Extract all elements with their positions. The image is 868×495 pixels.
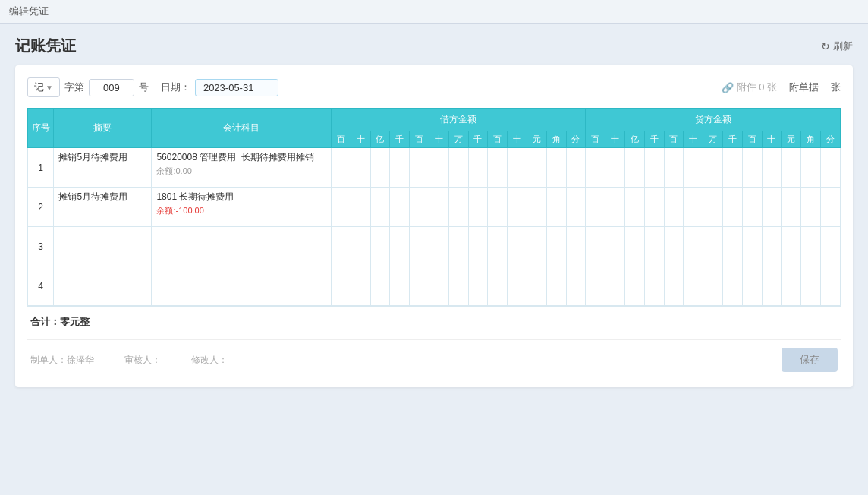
credit-amount-0-9[interactable] [762,148,782,188]
debit-amount-3-8[interactable] [488,266,508,306]
credit-amount-3-8[interactable] [742,266,762,306]
debit-amount-2-7[interactable] [468,227,488,266]
debit-amount-0-11[interactable] [546,148,566,188]
debit-amount-3-10[interactable] [527,266,546,306]
credit-amount-1-4[interactable] [664,188,684,227]
debit-amount-0-0[interactable] [332,148,351,188]
debit-amount-3-5[interactable] [429,266,448,306]
attachment-link[interactable]: 🔗 附件 0 张 [722,80,777,94]
debit-amount-3-11[interactable] [546,266,566,306]
credit-amount-2-3[interactable] [644,227,664,266]
debit-amount-1-5[interactable] [429,188,448,227]
credit-amount-1-0[interactable] [586,188,605,227]
credit-amount-2-11[interactable] [801,227,821,266]
debit-amount-3-6[interactable] [448,266,468,306]
type-select[interactable]: 记 ▼ [27,77,60,97]
debit-amount-1-9[interactable] [508,188,527,227]
debit-amount-2-8[interactable] [488,227,508,266]
credit-amount-0-3[interactable] [644,148,664,188]
credit-amount-3-1[interactable] [605,266,625,306]
credit-amount-0-4[interactable] [664,148,684,188]
credit-amount-3-3[interactable] [644,266,664,306]
debit-amount-2-3[interactable] [390,227,410,266]
credit-amount-2-6[interactable] [703,227,723,266]
credit-amount-3-12[interactable] [820,266,840,306]
credit-amount-1-9[interactable] [762,188,782,227]
credit-amount-2-1[interactable] [605,227,625,266]
debit-amount-0-4[interactable] [410,148,429,188]
debit-amount-1-4[interactable] [410,188,429,227]
debit-amount-0-10[interactable] [527,148,546,188]
credit-amount-1-2[interactable] [624,188,644,227]
credit-amount-2-4[interactable] [664,227,684,266]
credit-amount-2-12[interactable] [820,227,840,266]
credit-amount-3-4[interactable] [664,266,684,306]
credit-amount-1-6[interactable] [703,188,723,227]
debit-amount-3-2[interactable] [370,266,390,306]
credit-amount-0-0[interactable] [586,148,605,188]
credit-amount-3-0[interactable] [586,266,605,306]
debit-amount-3-0[interactable] [332,266,351,306]
debit-amount-0-9[interactable] [508,148,527,188]
debit-amount-3-12[interactable] [566,266,586,306]
credit-amount-1-8[interactable] [742,188,762,227]
debit-amount-3-7[interactable] [468,266,488,306]
summary-cell-0[interactable]: 摊销5月待摊费用 [54,148,152,188]
credit-amount-2-0[interactable] [586,227,605,266]
debit-amount-3-4[interactable] [410,266,429,306]
credit-amount-0-2[interactable] [624,148,644,188]
debit-amount-0-12[interactable] [566,148,586,188]
credit-amount-3-10[interactable] [782,266,801,306]
credit-amount-1-3[interactable] [644,188,664,227]
account-cell-3[interactable] [152,266,332,306]
credit-amount-0-7[interactable] [722,148,742,188]
credit-amount-1-12[interactable] [820,188,840,227]
debit-amount-2-9[interactable] [508,227,527,266]
credit-amount-1-1[interactable] [605,188,625,227]
credit-amount-3-7[interactable] [722,266,742,306]
debit-amount-2-0[interactable] [332,227,351,266]
debit-amount-2-2[interactable] [370,227,390,266]
debit-amount-3-3[interactable] [390,266,410,306]
debit-amount-2-12[interactable] [566,227,586,266]
debit-amount-3-9[interactable] [508,266,527,306]
debit-amount-1-8[interactable] [488,188,508,227]
credit-amount-3-5[interactable] [684,266,703,306]
summary-cell-3[interactable] [54,266,152,306]
credit-amount-0-12[interactable] [820,148,840,188]
account-cell-1[interactable]: 1801 长期待摊费用余额:-100.00 [152,188,332,227]
debit-amount-1-3[interactable] [390,188,410,227]
debit-amount-0-8[interactable] [488,148,508,188]
date-input[interactable] [195,79,278,96]
debit-amount-0-6[interactable] [448,148,468,188]
credit-amount-2-10[interactable] [782,227,801,266]
summary-cell-2[interactable] [54,227,152,266]
credit-amount-3-11[interactable] [801,266,821,306]
credit-amount-2-7[interactable] [722,227,742,266]
debit-amount-0-7[interactable] [468,148,488,188]
debit-amount-2-4[interactable] [410,227,429,266]
account-cell-2[interactable] [152,227,332,266]
credit-amount-0-6[interactable] [703,148,723,188]
account-cell-0[interactable]: 56020008 管理费用_长期待摊费用摊销余额:0.00 [152,148,332,188]
debit-amount-1-1[interactable] [351,188,370,227]
debit-amount-1-2[interactable] [370,188,390,227]
credit-amount-1-10[interactable] [782,188,801,227]
save-button[interactable]: 保存 [782,348,838,372]
debit-amount-2-5[interactable] [429,227,448,266]
credit-amount-1-11[interactable] [801,188,821,227]
debit-amount-2-10[interactable] [527,227,546,266]
credit-amount-1-5[interactable] [684,188,703,227]
debit-amount-1-10[interactable] [527,188,546,227]
credit-amount-0-5[interactable] [684,148,703,188]
credit-amount-2-8[interactable] [742,227,762,266]
debit-amount-1-12[interactable] [566,188,586,227]
credit-amount-0-10[interactable] [782,148,801,188]
credit-amount-3-6[interactable] [703,266,723,306]
credit-amount-2-5[interactable] [684,227,703,266]
debit-amount-0-5[interactable] [429,148,448,188]
summary-cell-1[interactable]: 摊销5月待摊费用 [54,188,152,227]
debit-amount-1-0[interactable] [332,188,351,227]
debit-amount-1-11[interactable] [546,188,566,227]
debit-amount-0-2[interactable] [370,148,390,188]
